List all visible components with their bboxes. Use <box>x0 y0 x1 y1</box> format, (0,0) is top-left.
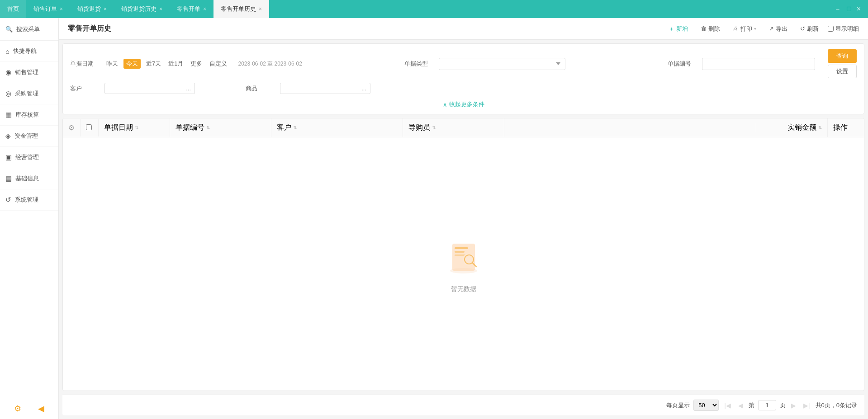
refresh-button[interactable]: ↺ 刷新 <box>797 23 822 35</box>
collapse-bar[interactable]: ∧ 收起更多条件 <box>70 99 857 108</box>
tab-home[interactable]: 首页 <box>0 0 26 18</box>
sort-date-icon[interactable]: ⇅ <box>135 125 138 130</box>
gear-icon[interactable]: ⚙ <box>68 124 75 132</box>
maximize-btn[interactable]: □ <box>847 5 851 13</box>
sidebar-item-basic-info[interactable]: ▤ 基础信息 <box>0 168 58 189</box>
order-type-label: 单据类型 <box>404 60 432 68</box>
tab-retail-history[interactable]: 零售开单历史 × <box>213 0 269 18</box>
tab-retail-open[interactable]: 零售开单 × <box>170 0 213 18</box>
print-button[interactable]: 🖨 打印 ▾ <box>729 23 760 35</box>
sidebar: 🔍 搜索采单 ⌂ 快捷导航 ◉ 销售管理 ◎ 采购管理 ▦ 库存核算 ◈ 资金管… <box>0 18 59 419</box>
show-detail-label: 显示明细 <box>835 25 859 33</box>
pagination: 每页显示 50 10 20 100 |◀ ◀ 第 页 ▶ ▶| 共0页，0条记录 <box>62 395 864 415</box>
window-controls: － □ × <box>834 5 868 14</box>
sidebar-item-operations[interactable]: ▣ 经营管理 <box>0 147 58 168</box>
date-more[interactable]: 更多 <box>189 59 204 69</box>
export-icon: ↗ <box>769 25 774 32</box>
sort-amount-icon[interactable]: ⇅ <box>818 125 822 130</box>
col-no[interactable]: 单据编号 ⇅ <box>170 118 271 137</box>
col-amount[interactable]: 实销金额 ⇅ <box>756 118 828 137</box>
export-label: 导出 <box>776 25 787 33</box>
tab-bar: 首页 销售订单 × 销货退货 × 销货退货历史 × 零售开单 × 零售开单历史 … <box>0 0 868 18</box>
col-date[interactable]: 单据日期 ⇅ <box>99 118 170 137</box>
tab-sales-order-close[interactable]: × <box>60 6 63 12</box>
collapse-sidebar-icon[interactable]: ◀ <box>38 404 44 414</box>
order-no-input[interactable] <box>702 58 815 70</box>
sort-customer-icon[interactable]: ⇅ <box>293 125 297 130</box>
tab-retail-history-label: 零售开单历史 <box>221 5 256 13</box>
col-action-label: 操作 <box>833 123 848 131</box>
tab-sales-return[interactable]: 销货退货 × <box>70 0 114 18</box>
delete-button[interactable]: 🗑 删除 <box>697 23 724 35</box>
filter-area: 单据日期 昨天 今天 近7天 近1月 更多 自定义 2023-06-02 至 2… <box>62 43 864 114</box>
sidebar-item-finance[interactable]: ◈ 资金管理 <box>0 126 58 147</box>
minimize-btn[interactable]: － <box>834 5 841 14</box>
product-input[interactable]: ... <box>280 83 370 94</box>
filter-row-1: 单据日期 昨天 今天 近7天 近1月 更多 自定义 2023-06-02 至 2… <box>70 49 857 78</box>
select-all-checkbox[interactable] <box>86 124 92 130</box>
product-dots[interactable]: ... <box>361 85 366 92</box>
export-button[interactable]: ↗ 导出 <box>765 23 791 35</box>
table-settings-icon[interactable]: ⚙ <box>63 119 81 137</box>
tab-retail-history-close[interactable]: × <box>259 6 262 12</box>
tab-sales-return-history-close[interactable]: × <box>159 6 162 12</box>
show-detail-checkbox[interactable]: 显示明细 <box>828 25 859 33</box>
page-input[interactable] <box>758 400 776 410</box>
sidebar-item-sales-mgmt-label: 销售管理 <box>15 68 38 76</box>
next-page-btn[interactable]: ▶ <box>789 401 798 410</box>
col-customer-label: 客户 <box>277 123 291 132</box>
date-yesterday[interactable]: 昨天 <box>104 59 120 69</box>
tab-sales-order[interactable]: 销售订单 × <box>26 0 70 18</box>
order-type-select[interactable] <box>439 58 565 70</box>
date-last7[interactable]: 近7天 <box>144 59 163 69</box>
sidebar-item-purchase-mgmt[interactable]: ◎ 采购管理 <box>0 83 58 104</box>
settings-bottom-icon[interactable]: ⚙ <box>14 404 21 414</box>
customer-input[interactable]: ... <box>104 83 195 94</box>
per-page-select[interactable]: 50 10 20 100 <box>693 400 719 411</box>
sidebar-item-inventory[interactable]: ▦ 库存核算 <box>0 104 58 126</box>
prev-page-btn[interactable]: ◀ <box>736 401 745 410</box>
empty-text: 暂无数据 <box>451 285 476 293</box>
col-salesperson[interactable]: 导购员 ⇅ <box>403 118 504 137</box>
sales-icon: ◉ <box>5 68 11 76</box>
date-custom[interactable]: 自定义 <box>208 59 229 69</box>
sidebar-item-quick-nav-label: 快捷导航 <box>13 47 37 55</box>
sort-no-icon[interactable]: ⇅ <box>206 125 210 130</box>
sidebar-item-sales-mgmt[interactable]: ◉ 销售管理 <box>0 62 58 83</box>
setting-button[interactable]: 设置 <box>828 65 857 78</box>
sidebar-item-purchase-mgmt-label: 采购管理 <box>15 89 38 98</box>
query-button[interactable]: 查询 <box>828 49 857 63</box>
product-label: 商品 <box>246 85 273 93</box>
first-page-btn[interactable]: |◀ <box>722 401 733 410</box>
sidebar-item-operations-label: 经营管理 <box>15 153 39 161</box>
sidebar-item-inventory-label: 库存核算 <box>15 111 39 119</box>
total-text: 共0页，0条记录 <box>816 401 857 410</box>
table-header-row: ⚙ 单据日期 ⇅ 单据编号 ⇅ <box>63 118 864 137</box>
last-page-btn[interactable]: ▶| <box>802 401 812 410</box>
customer-dots[interactable]: ... <box>186 85 191 92</box>
date-label: 单据日期 <box>70 60 97 68</box>
col-spacer <box>504 123 756 132</box>
tab-retail-open-close[interactable]: × <box>203 6 206 12</box>
table-container: ⚙ 单据日期 ⇅ 单据编号 ⇅ <box>62 118 864 391</box>
sidebar-bottom: ⚙ ◀ <box>0 398 58 419</box>
col-customer[interactable]: 客户 ⇅ <box>271 118 403 137</box>
date-shortcuts: 昨天 今天 近7天 近1月 更多 自定义 <box>104 59 229 69</box>
empty-illustration <box>441 235 486 280</box>
sidebar-search[interactable]: 🔍 搜索采单 <box>0 18 58 41</box>
collapse-icon: ∧ <box>443 101 447 108</box>
sidebar-item-quick-nav[interactable]: ⌂ 快捷导航 <box>0 41 58 62</box>
per-page-label: 每页显示 <box>666 401 690 410</box>
sort-salesperson-icon[interactable]: ⇅ <box>432 125 436 130</box>
sidebar-item-system[interactable]: ↺ 系统管理 <box>0 189 58 211</box>
col-amount-label: 实销金额 <box>787 123 816 132</box>
table-checkbox-header[interactable] <box>81 119 99 137</box>
close-btn[interactable]: × <box>857 5 861 13</box>
sidebar-item-system-label: 系统管理 <box>15 196 38 204</box>
new-button[interactable]: ＋ 新增 <box>665 23 692 35</box>
tab-sales-return-close[interactable]: × <box>104 6 107 12</box>
tab-sales-return-history[interactable]: 销货退货历史 × <box>114 0 170 18</box>
date-today[interactable]: 今天 <box>123 59 141 69</box>
date-last-month[interactable]: 近1月 <box>166 59 185 69</box>
show-detail-input[interactable] <box>828 26 834 32</box>
